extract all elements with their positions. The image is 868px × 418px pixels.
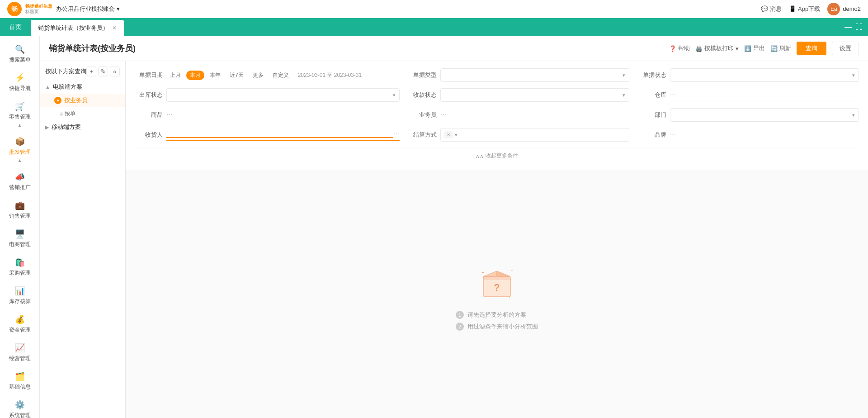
filter-salesperson-field: 业务员 ···	[409, 109, 629, 121]
warehouse-control: ···	[670, 89, 859, 101]
svg-rect-3	[483, 276, 510, 280]
logo-icon: 畅	[7, 2, 22, 16]
print-dropdown-icon: ▾	[736, 45, 739, 52]
wholesale-icon: 📦	[15, 137, 25, 147]
warehouse-dots[interactable]: ···	[670, 90, 676, 99]
filter-row-3: 商品 ··· 业务员 ··· 部门	[135, 108, 859, 122]
scheme-item-by-doc[interactable]: ≡ 按单	[40, 107, 125, 120]
consignee-input[interactable]	[166, 130, 393, 138]
brand-dots[interactable]: ···	[670, 130, 676, 138]
filter-row-4: 收货人 ··· 结算方式 ×	[135, 128, 859, 142]
selector-chevron-icon: ▾	[117, 5, 120, 12]
nav-item-marketing[interactable]: 📣 营销推广	[0, 167, 39, 196]
wholesale-expand-icon: ▲	[18, 158, 22, 163]
filter-outstatus-field: 出库状态 ▾	[135, 88, 400, 102]
left-nav: 🔍 搜索菜单 ⚡ 快捷导航 🛒 零售管理 ▲ 📦 批发管理 ▲ 📣 营销推广 💼…	[0, 36, 40, 418]
filter-panel: 单据日期 上月 本月 本年 近7天 更多 自定义 2023-03-01 至 20…	[126, 61, 868, 171]
print-btn[interactable]: 🖨️ 按模板打印 ▾	[695, 44, 739, 52]
content-area: ? ✦ ✦ ✦ 1 请先选择要分析的方案 2	[126, 171, 868, 418]
scheme-add-btn[interactable]: +	[86, 66, 96, 76]
tip-num-1: 1	[456, 311, 464, 319]
filter-consignee-field: 收货人 ···	[135, 128, 400, 141]
outstatus-label: 出库状态	[135, 91, 166, 99]
setting-button[interactable]: 设置	[832, 42, 859, 55]
nav-item-retail[interactable]: 🛒 零售管理 ▲	[0, 97, 39, 132]
tip-num-2: 2	[456, 323, 464, 331]
search-icon: 🔍	[15, 44, 25, 54]
tab-maximize-btn[interactable]: ⛶	[855, 23, 863, 31]
tab-minimize-btn[interactable]: —	[844, 23, 852, 31]
tab-sales-stats[interactable]: 销货单统计表（按业务员） ✕	[31, 20, 124, 36]
receiptstatus-label: 收款状态	[409, 91, 440, 99]
nav-item-system[interactable]: ⚙️ 系统管理	[0, 395, 39, 418]
scheme-group-desktop-header[interactable]: ▲ 电脑端方案	[40, 80, 125, 94]
settlement-select[interactable]: × ▾	[440, 128, 629, 142]
collapse-btn[interactable]: ∧∧ 收起更多条件	[476, 152, 518, 160]
basic-info-icon: 🗂️	[15, 371, 25, 381]
scheme-group-desktop: ▲ 电脑端方案 ● 按业务员 ≡ 按单	[40, 80, 125, 120]
department-select[interactable]: ▾	[670, 108, 859, 122]
nav-item-ecommerce[interactable]: 🖥️ 电商管理	[0, 224, 39, 253]
nav-item-purchase[interactable]: 🛍️ 采购管理	[0, 253, 39, 281]
export-btn[interactable]: ⬇️ 导出	[744, 44, 765, 52]
settlement-tag-close-icon[interactable]: ×	[447, 132, 450, 138]
page-content: 销货单统计表(按业务员) ❓ 帮助 🖨️ 按模板打印 ▾ ⬇️ 导出 🔄 刷	[40, 36, 868, 418]
nav-item-search[interactable]: 🔍 搜索菜单	[0, 40, 39, 68]
query-button[interactable]: 查询	[797, 42, 826, 55]
nav-item-basic-info[interactable]: 🗂️ 基础信息	[0, 367, 39, 395]
scheme-item-salesperson[interactable]: ● 按业务员	[40, 94, 125, 107]
date-tab-lastmonth[interactable]: 上月	[166, 71, 184, 80]
mobile-group-expand-icon: ▶	[45, 124, 49, 130]
department-label: 部门	[638, 111, 670, 119]
print-icon: 🖨️	[695, 45, 703, 52]
consignee-control: ···	[166, 128, 400, 141]
app-download-btn[interactable]: 📱 App下载	[789, 5, 820, 13]
app-name: 标题页	[25, 9, 52, 14]
consignee-dots[interactable]: ···	[393, 130, 399, 138]
date-tab-custom[interactable]: 自定义	[269, 71, 292, 80]
filter-area: 单据日期 上月 本月 本年 近7天 更多 自定义 2023-03-01 至 20…	[126, 61, 868, 418]
tab-close-icon[interactable]: ✕	[112, 25, 117, 31]
date-tab-thisyear[interactable]: 本年	[206, 71, 224, 80]
product-label: 商品	[135, 111, 166, 119]
help-icon: ❓	[669, 45, 676, 52]
app-selector[interactable]: 办公用品行业模拟账套 ▾	[56, 5, 120, 13]
nav-item-finance[interactable]: 💰 资金管理	[0, 310, 39, 338]
date-tab-thismonth[interactable]: 本月	[186, 71, 204, 80]
tip-text-2: 用过滤条件来缩小分析范围	[467, 323, 538, 331]
product-dots[interactable]: ···	[166, 110, 172, 119]
doctype-select[interactable]: ▾	[440, 68, 629, 82]
system-icon: ⚙️	[15, 400, 25, 410]
user-area[interactable]: Ea demo2	[827, 3, 861, 15]
settlement-tag: ×	[444, 131, 453, 138]
selector-label: 办公用品行业模拟账套	[56, 5, 115, 13]
tab-home[interactable]: 首页	[0, 18, 31, 36]
purchase-icon: 🛍️	[15, 257, 25, 267]
filter-date-field: 单据日期 上月 本月 本年 近7天 更多 自定义 2023-03-01 至 20…	[135, 71, 400, 80]
receiptstatus-select[interactable]: ▾	[440, 88, 629, 102]
collapse-row: ∧∧ 收起更多条件	[135, 148, 859, 163]
nav-item-sales[interactable]: 💼 销售管理	[0, 196, 39, 224]
salesperson-dots[interactable]: ···	[440, 110, 446, 119]
scheme-group-mobile-header[interactable]: ▶ 移动端方案	[40, 120, 125, 134]
username: demo2	[843, 5, 861, 12]
svg-text:✦: ✦	[510, 269, 514, 273]
refresh-btn[interactable]: 🔄 刷新	[770, 44, 791, 52]
date-tab-more[interactable]: 更多	[249, 71, 267, 80]
message-btn[interactable]: 💬 消息	[761, 5, 782, 13]
shortcuts-icon: ⚡	[15, 73, 25, 83]
outstatus-select[interactable]: ▾	[166, 88, 400, 102]
nav-item-wholesale[interactable]: 📦 批发管理 ▲	[0, 132, 39, 167]
docstatus-select[interactable]: ▾	[670, 68, 859, 82]
nav-item-shortcuts[interactable]: ⚡ 快捷导航	[0, 68, 39, 97]
phone-icon: 📱	[789, 5, 796, 12]
nav-item-operations[interactable]: 📈 经营管理	[0, 338, 39, 367]
warehouse-label: 仓库	[638, 91, 670, 99]
refresh-icon: 🔄	[770, 45, 778, 52]
scheme-collapse-btn[interactable]: «	[110, 66, 120, 76]
nav-item-inventory[interactable]: 📊 库存核算	[0, 281, 39, 310]
doctype-label: 单据类型	[409, 71, 440, 79]
scheme-edit-btn[interactable]: ✎	[98, 66, 108, 76]
help-btn[interactable]: ❓ 帮助	[669, 44, 690, 52]
date-tab-7days[interactable]: 近7天	[226, 71, 247, 80]
